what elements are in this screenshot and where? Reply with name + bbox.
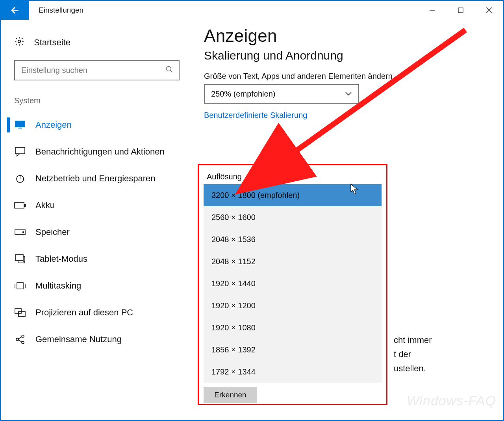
svg-line-27 bbox=[19, 337, 22, 339]
background-text-line: ustellen. bbox=[394, 363, 426, 374]
resolution-option[interactable]: 2048 × 1152 bbox=[204, 250, 382, 272]
monitor-icon bbox=[14, 121, 26, 129]
sidebar-item-share[interactable]: Gemeinsame Nutzung bbox=[7, 326, 187, 353]
svg-point-5 bbox=[167, 66, 171, 71]
resolution-label: Auflösung bbox=[207, 172, 382, 181]
window-title: Einstellungen bbox=[29, 1, 418, 20]
tablet-icon bbox=[14, 254, 26, 264]
sidebar-item-project[interactable]: Projizieren auf diesen PC bbox=[7, 299, 187, 326]
sidebar-item-battery[interactable]: Akku bbox=[7, 192, 187, 219]
background-text-line: cht immer bbox=[394, 335, 432, 345]
svg-point-25 bbox=[22, 335, 24, 337]
close-button[interactable] bbox=[475, 1, 503, 20]
custom-scaling-link[interactable]: Benutzerdefinierte Skalierung bbox=[204, 111, 307, 120]
sidebar-item-storage[interactable]: Speicher bbox=[7, 219, 187, 246]
home-label: Startseite bbox=[34, 37, 70, 48]
sidebar-item-label: Gemeinsame Nutzung bbox=[35, 334, 122, 345]
svg-rect-13 bbox=[15, 203, 24, 208]
back-arrow-icon bbox=[10, 5, 20, 15]
minimize-icon bbox=[429, 7, 435, 13]
sidebar-item-multitasking[interactable]: Multitasking bbox=[7, 272, 187, 299]
sidebar-nav: AnzeigenBenachrichtigungen und AktionenN… bbox=[7, 112, 187, 353]
detect-button[interactable]: Erkennen bbox=[204, 387, 257, 403]
sidebar-item-label: Akku bbox=[35, 200, 55, 210]
share-icon bbox=[14, 334, 26, 345]
svg-line-28 bbox=[19, 340, 22, 342]
section-heading: Skalierung und Anordnung bbox=[204, 49, 503, 62]
battery-icon bbox=[14, 202, 26, 209]
chat-icon bbox=[14, 147, 26, 156]
search-input[interactable] bbox=[20, 65, 165, 75]
sidebar-section-label: System bbox=[7, 96, 187, 105]
multitasking-icon bbox=[14, 281, 26, 290]
svg-point-16 bbox=[23, 232, 24, 233]
resolution-option[interactable]: 1792 × 1344 bbox=[204, 361, 382, 383]
gear-icon bbox=[14, 36, 24, 49]
project-icon bbox=[14, 308, 26, 317]
sidebar: Startseite System AnzeigenBenachrichtigu… bbox=[1, 20, 193, 420]
svg-point-24 bbox=[16, 338, 19, 341]
sidebar-item-label: Benachrichtigungen und Aktionen bbox=[35, 147, 165, 157]
search-icon bbox=[165, 65, 173, 75]
sidebar-item-label: Netzbetrieb und Energiesparen bbox=[35, 173, 156, 184]
svg-rect-10 bbox=[15, 147, 25, 154]
resolution-option[interactable]: 1920 × 1080 bbox=[204, 317, 382, 339]
svg-rect-23 bbox=[19, 311, 25, 317]
sidebar-item-tablet[interactable]: Tablet-Modus bbox=[7, 246, 187, 272]
svg-rect-19 bbox=[17, 283, 23, 289]
background-text-line: t der bbox=[394, 349, 411, 360]
svg-rect-14 bbox=[24, 204, 26, 207]
sidebar-item-power[interactable]: Netzbetrieb und Energiesparen bbox=[7, 165, 187, 192]
resolution-dropdown[interactable]: 3200 × 1800 (empfohlen)2560 × 16002048 ×… bbox=[204, 184, 382, 383]
close-icon bbox=[485, 7, 493, 14]
resolution-option[interactable]: 2560 × 1600 bbox=[204, 206, 382, 228]
sidebar-item-label: Projizieren auf diesen PC bbox=[35, 307, 133, 318]
sidebar-item-label: Speicher bbox=[35, 227, 70, 237]
sidebar-item-label: Tablet-Modus bbox=[35, 254, 87, 264]
scale-value: 250% (empfohlen) bbox=[211, 89, 275, 99]
maximize-icon bbox=[458, 7, 464, 13]
back-button[interactable] bbox=[1, 1, 29, 20]
page-title: Anzeigen bbox=[204, 26, 503, 46]
window-controls bbox=[418, 1, 503, 20]
svg-point-18 bbox=[24, 261, 24, 262]
sidebar-item-chat[interactable]: Benachrichtigungen und Aktionen bbox=[7, 138, 187, 165]
titlebar: Einstellungen bbox=[1, 1, 503, 20]
svg-rect-17 bbox=[15, 255, 23, 261]
settings-window: Einstellungen Startseite bbox=[0, 0, 504, 421]
power-icon bbox=[14, 174, 26, 183]
svg-rect-22 bbox=[15, 309, 21, 313]
resolution-option[interactable]: 1920 × 1200 bbox=[204, 294, 382, 317]
svg-point-4 bbox=[18, 40, 21, 43]
sidebar-item-label: Anzeigen bbox=[35, 120, 72, 130]
svg-rect-7 bbox=[15, 121, 25, 127]
sidebar-item-label: Multitasking bbox=[35, 281, 81, 291]
main-pane: Anzeigen Skalierung und Anordnung Größe … bbox=[193, 20, 503, 420]
svg-point-26 bbox=[22, 341, 24, 344]
svg-line-6 bbox=[170, 70, 172, 72]
sidebar-item-monitor[interactable]: Anzeigen bbox=[7, 112, 187, 138]
maximize-button[interactable] bbox=[447, 1, 475, 20]
resolution-option[interactable]: 1920 × 1440 bbox=[204, 272, 382, 294]
annotation-highlight: Auflösung 3200 × 1800 (empfohlen)2560 × … bbox=[198, 164, 387, 405]
resolution-option[interactable]: 1856 × 1392 bbox=[204, 339, 382, 361]
scale-label: Größe von Text, Apps und anderen Element… bbox=[204, 72, 503, 81]
scale-select[interactable]: 250% (empfohlen) bbox=[204, 84, 359, 104]
minimize-button[interactable] bbox=[418, 1, 447, 20]
search-box[interactable] bbox=[14, 60, 180, 80]
svg-rect-1 bbox=[458, 8, 463, 13]
resolution-option[interactable]: 2048 × 1536 bbox=[204, 228, 382, 250]
home-row[interactable]: Startseite bbox=[7, 32, 187, 53]
mouse-cursor-icon bbox=[350, 184, 359, 195]
chevron-down-icon bbox=[345, 90, 352, 98]
storage-icon bbox=[14, 229, 26, 235]
